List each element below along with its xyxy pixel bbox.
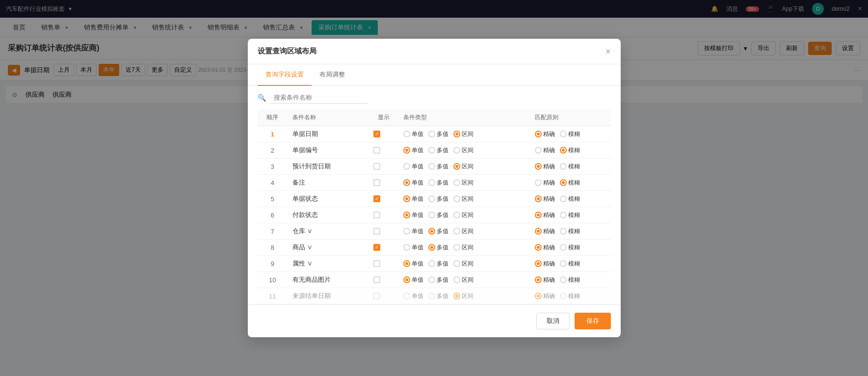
type-radio-2[interactable]: 区间 <box>453 260 473 268</box>
match-radio-0[interactable]: 精确 <box>535 195 555 203</box>
match-radio-0[interactable]: 精确 <box>535 146 555 155</box>
row-name: 单据状态 <box>288 191 368 207</box>
match-radio-label: 模糊 <box>568 260 580 268</box>
type-radio-0[interactable]: 单值 <box>403 146 423 155</box>
search-icon: 🔍 <box>258 94 266 102</box>
match-radio-0[interactable]: 精确 <box>535 179 555 187</box>
type-radio-label: 多值 <box>437 227 448 236</box>
type-radio-label: 区间 <box>462 227 473 236</box>
type-radio-2[interactable]: 区间 <box>453 162 473 171</box>
dialog-tab-layout-label: 布局调整 <box>319 71 345 78</box>
match-radio-1[interactable]: 模糊 <box>560 211 580 219</box>
dialog-close-icon[interactable]: × <box>605 47 611 56</box>
match-radio-1[interactable]: 模糊 <box>560 130 580 138</box>
type-radio-1[interactable]: 多值 <box>428 179 448 187</box>
type-radio-label: 多值 <box>437 276 448 277</box>
match-radio-0[interactable]: 精确 <box>535 276 555 277</box>
row-display-checkbox[interactable] <box>373 276 380 277</box>
row-type: 单值多值区间 <box>398 191 529 207</box>
row-display-checkbox[interactable] <box>373 212 380 218</box>
type-radio-label: 区间 <box>462 162 473 171</box>
search-input[interactable] <box>270 92 368 104</box>
row-display-checkbox[interactable] <box>373 244 380 251</box>
match-radio-0[interactable]: 精确 <box>535 243 555 252</box>
type-radio-label: 区间 <box>462 146 473 155</box>
dialog-tab-query-fields[interactable]: 查询字段设置 <box>258 64 312 86</box>
row-type: 单值多值区间 <box>398 240 529 256</box>
type-radio-label: 多值 <box>437 195 448 203</box>
type-radio-0[interactable]: 单值 <box>403 227 423 236</box>
match-radio-label: 模糊 <box>568 162 580 171</box>
type-radio-2[interactable]: 区间 <box>453 130 473 138</box>
type-radio-1[interactable]: 多值 <box>428 276 448 277</box>
type-radio-2[interactable]: 区间 <box>453 227 473 236</box>
type-radio-label: 单值 <box>412 146 423 155</box>
type-radio-0[interactable]: 单值 <box>403 243 423 252</box>
match-radio-0[interactable]: 精确 <box>535 227 555 236</box>
match-radio-label: 模糊 <box>568 195 580 203</box>
type-radio-0[interactable]: 单值 <box>403 195 423 203</box>
dialog-tab-layout[interactable]: 布局调整 <box>312 64 353 86</box>
match-radio-1[interactable]: 模糊 <box>560 260 580 268</box>
type-radio-0[interactable]: 单值 <box>403 211 423 219</box>
type-radio-2[interactable]: 区间 <box>453 146 473 155</box>
type-radio-0[interactable]: 单值 <box>403 162 423 171</box>
match-radio-label: 精确 <box>543 130 555 138</box>
type-radio-0[interactable]: 单值 <box>403 276 423 277</box>
table-row: 3预计到货日期单值多值区间精确模糊 <box>258 159 611 175</box>
col-header-display: 显示 <box>368 109 399 126</box>
type-radio-label: 单值 <box>412 195 423 203</box>
col-header-name: 条件名称 <box>288 109 368 126</box>
type-radio-1[interactable]: 多值 <box>428 243 448 252</box>
row-display-checkbox[interactable] <box>373 163 380 170</box>
row-type: 单值多值区间 <box>398 272 529 277</box>
type-radio-1[interactable]: 多值 <box>428 195 448 203</box>
match-radio-1[interactable]: 模糊 <box>560 179 580 187</box>
row-display-checkbox[interactable] <box>373 131 380 137</box>
match-radio-1[interactable]: 模糊 <box>560 243 580 252</box>
match-radio-1[interactable]: 模糊 <box>560 227 580 236</box>
row-display-checkbox[interactable] <box>373 179 380 186</box>
type-radio-1[interactable]: 多值 <box>428 162 448 171</box>
type-radio-0[interactable]: 单值 <box>403 130 423 138</box>
type-radio-0[interactable]: 单值 <box>403 179 423 187</box>
match-radio-0[interactable]: 精确 <box>535 211 555 219</box>
match-radio-0[interactable]: 精确 <box>535 130 555 138</box>
type-radio-1[interactable]: 多值 <box>428 146 448 155</box>
row-display-checkbox[interactable] <box>373 195 380 202</box>
row-match: 精确模糊 <box>530 223 611 240</box>
type-radio-1[interactable]: 多值 <box>428 260 448 268</box>
type-radio-0[interactable]: 单值 <box>403 260 423 268</box>
type-radio-1[interactable]: 多值 <box>428 130 448 138</box>
row-display-checkbox[interactable] <box>373 147 380 154</box>
type-radio-2[interactable]: 区间 <box>453 276 473 277</box>
match-radio-1[interactable]: 模糊 <box>560 195 580 203</box>
row-match: 精确模糊 <box>530 142 611 159</box>
match-radio-1[interactable]: 模糊 <box>560 162 580 171</box>
type-radio-2[interactable]: 区间 <box>453 195 473 203</box>
type-radio-2[interactable]: 区间 <box>453 243 473 252</box>
match-radio-label: 模糊 <box>568 227 580 236</box>
type-radio-1[interactable]: 多值 <box>428 211 448 219</box>
row-display-checkbox[interactable] <box>373 228 380 235</box>
row-match: 精确模糊 <box>530 207 611 223</box>
type-radio-label: 多值 <box>437 130 448 138</box>
type-radio-1[interactable]: 多值 <box>428 227 448 236</box>
match-radio-0[interactable]: 精确 <box>535 260 555 268</box>
type-radio-label: 多值 <box>437 162 448 171</box>
type-radio-2[interactable]: 区间 <box>453 211 473 219</box>
match-radio-label: 精确 <box>543 195 555 203</box>
row-num: 2 <box>258 142 288 159</box>
row-name: 单据编号 <box>288 142 368 159</box>
row-num: 5 <box>258 191 288 207</box>
match-radio-0[interactable]: 精确 <box>535 162 555 171</box>
row-match: 精确模糊 <box>530 256 611 272</box>
table-row: 7仓库 ∨单值多值区间精确模糊 <box>258 223 611 240</box>
table-row: 9属性 ∨单值多值区间精确模糊 <box>258 256 611 272</box>
row-match: 精确模糊 <box>530 126 611 142</box>
match-radio-1[interactable]: 模糊 <box>560 276 580 277</box>
match-radio-1[interactable]: 模糊 <box>560 146 580 155</box>
type-radio-2[interactable]: 区间 <box>453 179 473 187</box>
row-display-checkbox[interactable] <box>373 260 380 267</box>
type-radio-label: 区间 <box>462 211 473 219</box>
